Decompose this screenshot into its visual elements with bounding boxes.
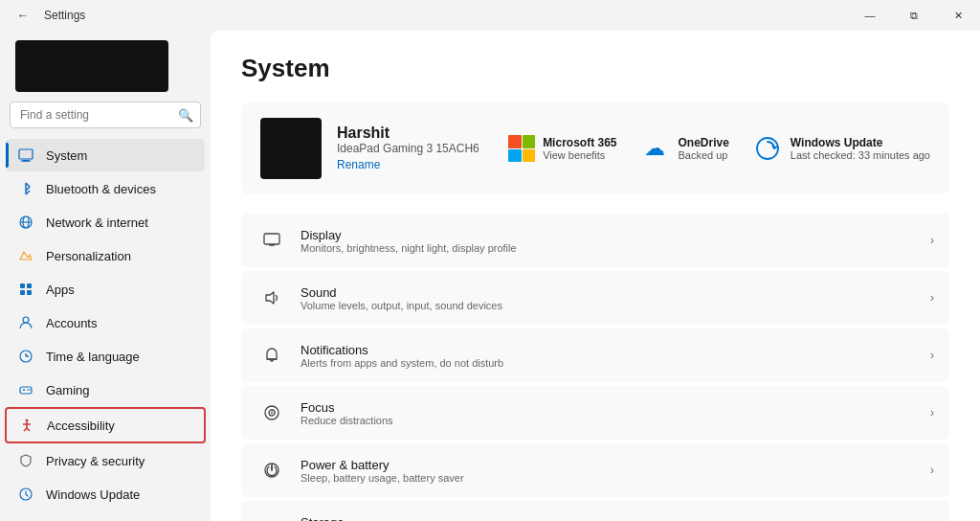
- svg-rect-8: [20, 290, 25, 295]
- profile-avatar: [260, 118, 322, 179]
- settings-item-text-power: Power & battery Sleep, battery usage, ba…: [301, 458, 917, 484]
- sidebar-item-accessibility[interactable]: Accessibility: [5, 407, 206, 443]
- sidebar-item-privacy[interactable]: Privacy & security: [6, 444, 205, 477]
- windows-update-icon: [17, 486, 34, 503]
- svg-marker-29: [266, 292, 274, 304]
- sidebar-item-apps[interactable]: Apps: [6, 273, 205, 306]
- settings-item-desc-focus: Reduce distractions: [301, 415, 917, 426]
- settings-item-power[interactable]: Power & battery Sleep, battery usage, ba…: [241, 443, 949, 497]
- service-text-windows-update: Windows Update Last checked: 33 minutes …: [791, 136, 930, 161]
- sidebar-item-network[interactable]: Network & internet: [6, 206, 205, 238]
- settings-item-desc-sound: Volume levels, output, input, sound devi…: [301, 300, 917, 311]
- chevron-right-icon: ›: [930, 464, 934, 477]
- network-icon: [17, 214, 34, 231]
- system-icon: [17, 147, 34, 164]
- svg-rect-6: [20, 283, 25, 288]
- nav-list: System Bluetooth & devices Network & int…: [0, 138, 211, 511]
- notifications-icon: [256, 340, 287, 371]
- settings-item-focus[interactable]: Focus Reduce distractions ›: [241, 386, 949, 440]
- service-ms365[interactable]: Microsoft 365 View benefits: [508, 135, 616, 162]
- rename-link[interactable]: Rename: [337, 158, 380, 171]
- service-text-ms365: Microsoft 365 View benefits: [543, 136, 616, 161]
- sidebar-item-label-privacy: Privacy & security: [46, 454, 193, 468]
- sidebar: 🔍 System Bluetooth & devices Network & i…: [0, 31, 211, 521]
- chevron-right-icon: ›: [930, 406, 934, 419]
- settings-item-sound[interactable]: Sound Volume levels, output, input, soun…: [241, 271, 949, 325]
- settings-item-desc-power: Sleep, battery usage, battery saver: [301, 472, 917, 484]
- sound-icon: [256, 283, 287, 313]
- settings-item-title-sound: Sound: [301, 285, 917, 300]
- sidebar-item-bluetooth[interactable]: Bluetooth & devices: [6, 172, 205, 205]
- service-label-ms365: Microsoft 365: [543, 136, 616, 149]
- gaming-icon: [17, 381, 34, 398]
- settings-item-display[interactable]: Display Monitors, brightness, night ligh…: [241, 214, 949, 267]
- service-label-onedrive: OneDrive: [678, 136, 728, 149]
- titlebar-left: ← Settings: [10, 2, 85, 29]
- sidebar-item-label-personalization: Personalization: [46, 249, 193, 263]
- settings-item-text-sound: Sound Volume levels, output, input, soun…: [301, 285, 917, 311]
- svg-point-33: [271, 412, 273, 414]
- settings-item-notifications[interactable]: Notifications Alerts from apps and syste…: [241, 328, 949, 382]
- bluetooth-icon: [17, 180, 34, 197]
- sidebar-item-label-network: Network & internet: [46, 215, 193, 230]
- sidebar-item-label-gaming: Gaming: [46, 383, 193, 397]
- time-icon: [17, 348, 34, 365]
- sidebar-item-time[interactable]: Time & language: [6, 340, 205, 373]
- svg-point-17: [27, 389, 29, 391]
- accessibility-icon: [18, 417, 35, 434]
- settings-item-text-notifications: Notifications Alerts from apps and syste…: [301, 343, 917, 369]
- power-icon: [256, 455, 287, 486]
- settings-item-text-focus: Focus Reduce distractions: [301, 400, 917, 426]
- service-windows-update[interactable]: Windows Update Last checked: 33 minutes …: [752, 133, 930, 164]
- onedrive-icon: ☁: [639, 133, 670, 164]
- settings-item-text-display: Display Monitors, brightness, night ligh…: [301, 228, 917, 254]
- search-input[interactable]: [10, 102, 201, 128]
- ms365-icon: [508, 135, 535, 162]
- privacy-icon: [17, 452, 34, 469]
- settings-item-desc-display: Monitors, brightness, night light, displ…: [301, 242, 917, 254]
- service-text-onedrive: OneDrive Backed up: [678, 136, 728, 161]
- profile-services: Microsoft 365 View benefits ☁ OneDrive B…: [508, 133, 930, 164]
- chevron-right-icon: ›: [930, 234, 934, 247]
- chevron-right-icon: ›: [930, 291, 934, 305]
- titlebar-title: Settings: [44, 9, 85, 22]
- close-button[interactable]: ✕: [936, 0, 980, 31]
- settings-item-desc-notifications: Alerts from apps and system, do not dist…: [301, 357, 917, 369]
- sidebar-item-gaming[interactable]: Gaming: [6, 374, 205, 406]
- sidebar-item-label-accessibility: Accessibility: [47, 419, 192, 433]
- main-content: System Harshit IdeaPad Gaming 3 15ACH6 R…: [211, 31, 980, 521]
- svg-rect-9: [27, 290, 32, 295]
- display-icon: [256, 225, 287, 256]
- settings-item-title-focus: Focus: [301, 400, 917, 415]
- sidebar-item-accounts[interactable]: Accounts: [6, 306, 205, 339]
- back-button[interactable]: ←: [10, 2, 36, 29]
- restore-button[interactable]: ⧉: [892, 0, 936, 31]
- titlebar: ← Settings — ⧉ ✕: [0, 0, 980, 31]
- svg-rect-0: [19, 149, 33, 159]
- sidebar-item-system[interactable]: System: [6, 139, 205, 171]
- page-title: System: [241, 54, 949, 83]
- profile-name: Harshit: [337, 125, 493, 142]
- settings-item-title-notifications: Notifications: [301, 343, 917, 357]
- service-sub-onedrive: Backed up: [678, 149, 728, 161]
- chevron-right-icon: ›: [930, 349, 934, 362]
- service-onedrive[interactable]: ☁ OneDrive Backed up: [639, 133, 728, 164]
- settings-item-title-power: Power & battery: [301, 458, 917, 472]
- sidebar-item-label-apps: Apps: [46, 283, 193, 297]
- minimize-button[interactable]: —: [848, 0, 892, 31]
- sidebar-item-label-time: Time & language: [46, 350, 193, 364]
- sidebar-item-windows-update[interactable]: Windows Update: [6, 478, 205, 510]
- titlebar-controls: — ⧉ ✕: [848, 0, 980, 31]
- sidebar-item-personalization[interactable]: Personalization: [6, 239, 205, 272]
- settings-item-storage[interactable]: Storage Storage space, drives, configura…: [241, 501, 949, 521]
- svg-point-18: [29, 389, 31, 391]
- service-label-windows-update: Windows Update: [791, 136, 930, 149]
- accounts-icon: [17, 314, 34, 331]
- search-icon: 🔍: [178, 108, 193, 123]
- svg-point-10: [23, 317, 29, 323]
- svg-rect-26: [264, 234, 279, 244]
- search-container: 🔍: [10, 102, 201, 128]
- sidebar-item-label-windows-update: Windows Update: [46, 487, 193, 502]
- settings-item-text-storage: Storage Storage space, drives, configura…: [301, 515, 917, 522]
- settings-item-title-display: Display: [301, 228, 917, 242]
